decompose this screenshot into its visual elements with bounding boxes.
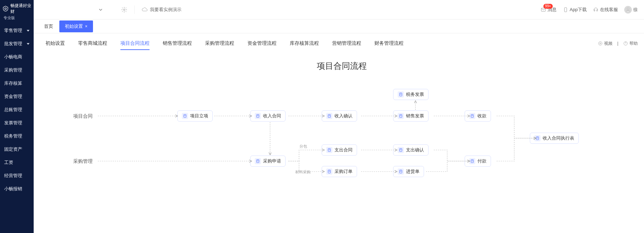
avatar-icon — [624, 6, 632, 14]
node-income-contract[interactable]: 收入合同 — [250, 110, 286, 122]
sub-tab-1[interactable]: 零售商城流程 — [78, 38, 107, 49]
sidebar-item-12[interactable]: 小畅报销 — [0, 182, 34, 195]
sidebar-item-label: 批发管理 — [4, 41, 22, 47]
demo-link[interactable]: 我要看实例演示 — [142, 7, 181, 13]
svg-point-6 — [599, 42, 602, 45]
sub-tab-0[interactable]: 初始设置 — [45, 38, 65, 49]
sub-tab-8[interactable]: 财务管理流程 — [374, 38, 404, 49]
node-project-setup[interactable]: 项目立项 — [177, 110, 213, 122]
sidebar-item-label: 发票管理 — [4, 120, 22, 126]
sidebar-item-10[interactable]: 工资 — [0, 156, 34, 169]
node-tax-invoice[interactable]: 税务发票 — [393, 89, 429, 100]
sidebar-item-8[interactable]: 税务管理 — [0, 130, 34, 143]
video-label: 视频 — [604, 41, 612, 47]
sidebar-item-1[interactable]: 批发管理 — [0, 37, 34, 50]
node-purchase-req[interactable]: 采购申请 — [250, 156, 286, 167]
sidebar-item-11[interactable]: 经营管理 — [0, 169, 34, 182]
sub-tab-7[interactable]: 营销管理流程 — [332, 38, 361, 49]
sidebar-item-label: 固定资产 — [4, 146, 22, 152]
user-menu[interactable]: 徐 — [624, 6, 638, 14]
sidebar-item-label: 经营管理 — [4, 173, 22, 179]
topbar: 我要看实例演示 消息 99+ App下载 在线客服 — [34, 0, 644, 19]
node-income-confirm[interactable]: 收入确认 — [322, 110, 357, 122]
app-download-link[interactable]: App下载 — [563, 7, 587, 13]
node-expense-confirm[interactable]: 支出确认 — [393, 144, 429, 156]
sidebar-item-label: 总账管理 — [4, 107, 22, 113]
sidebar-item-9[interactable]: 固定资产 — [0, 143, 34, 156]
annotation-subcontract: 分包 — [299, 144, 307, 149]
sub-nav-right: 视频|帮助 — [598, 41, 638, 47]
sidebar-item-0[interactable]: 零售管理 — [0, 24, 34, 37]
annotation-material: 材料采购 — [295, 169, 311, 175]
page-tab-label: 初始设置 — [65, 23, 83, 30]
gear-icon[interactable] — [121, 7, 127, 13]
flow-diagram: 项目合同 采购管理 项目立项 收入合同 收入确认 销售发票 税务发票 收款 收入… — [73, 89, 638, 200]
sidebar-item-6[interactable]: 总账管理 — [0, 103, 34, 116]
node-pay[interactable]: 付款 — [465, 156, 491, 167]
svg-point-0 — [5, 8, 7, 10]
caret-down-icon — [27, 30, 29, 32]
divider: | — [617, 41, 618, 46]
doc-icon — [398, 168, 404, 175]
content-area: 初始设置零售商城流程项目合同流程销售管理流程采购管理流程资金管理流程库存核算流程… — [34, 33, 644, 233]
help-label: 帮助 — [629, 41, 638, 47]
sub-tab-2[interactable]: 项目合同流程 — [120, 38, 150, 49]
node-purchase-order[interactable]: 采购订单 — [322, 166, 357, 177]
doc-icon — [255, 113, 261, 119]
support-link[interactable]: 在线客服 — [593, 7, 618, 13]
close-icon[interactable]: × — [85, 24, 87, 29]
doc-icon — [255, 158, 261, 164]
sidebar: 畅捷通好业财 专业版 零售管理批发管理小畅电商采购管理库存核算资金管理总账管理发… — [0, 0, 34, 233]
video-link[interactable]: 视频 — [598, 41, 612, 47]
caret-down-icon — [27, 43, 29, 45]
help-link[interactable]: 帮助 — [623, 41, 638, 47]
doc-icon — [326, 147, 332, 153]
node-goods-in[interactable]: 进货单 — [393, 166, 424, 177]
sub-tab-4[interactable]: 采购管理流程 — [205, 38, 234, 49]
org-selector[interactable] — [40, 8, 116, 11]
doc-icon — [326, 113, 332, 119]
brand: 畅捷通好业财 — [0, 0, 34, 15]
chevron-down-icon — [99, 8, 102, 11]
page-tabs: 首页初始设置× — [34, 19, 644, 33]
doc-icon — [398, 147, 404, 153]
flow-title: 项目合同流程 — [45, 60, 638, 72]
app-download-label: App下载 — [570, 7, 587, 13]
demo-label: 我要看实例演示 — [150, 7, 181, 13]
sub-tab-6[interactable]: 库存核算流程 — [290, 38, 319, 49]
brand-icon — [2, 5, 9, 13]
doc-icon — [398, 113, 404, 119]
doc-icon — [398, 91, 404, 98]
node-expense-contract[interactable]: 支出合同 — [322, 144, 357, 156]
brand-name: 畅捷通好业财 — [10, 3, 32, 15]
sidebar-item-label: 零售管理 — [4, 27, 22, 34]
doc-icon — [534, 135, 541, 141]
sidebar-item-label: 工资 — [4, 159, 13, 166]
cloud-icon — [142, 7, 148, 13]
sub-tab-3[interactable]: 销售管理流程 — [163, 38, 192, 49]
sidebar-item-label: 采购管理 — [4, 67, 22, 73]
svg-rect-3 — [565, 8, 567, 12]
sidebar-item-2[interactable]: 小畅电商 — [0, 50, 34, 64]
page-tab-0[interactable]: 首页 — [39, 20, 59, 32]
separator — [134, 6, 135, 14]
sidebar-item-label: 小畅电商 — [4, 54, 22, 60]
sidebar-item-7[interactable]: 发票管理 — [0, 116, 34, 130]
sub-tab-5[interactable]: 资金管理流程 — [247, 38, 277, 49]
sidebar-item-label: 库存核算 — [4, 80, 22, 86]
page-tab-label: 首页 — [44, 23, 53, 30]
sidebar-item-label: 小畅报销 — [4, 186, 22, 192]
sidebar-item-4[interactable]: 库存核算 — [0, 77, 34, 90]
node-receive[interactable]: 收款 — [465, 110, 491, 122]
user-name: 徐 — [633, 7, 638, 13]
sidebar-item-3[interactable]: 采购管理 — [0, 64, 34, 77]
sub-nav: 初始设置零售商城流程项目合同流程销售管理流程采购管理流程资金管理流程库存核算流程… — [45, 38, 638, 52]
node-income-exec[interactable]: 收入合同执行表 — [530, 133, 579, 144]
svg-point-5 — [627, 8, 629, 10]
svg-marker-7 — [600, 43, 601, 44]
node-sales-invoice[interactable]: 销售发票 — [393, 110, 429, 122]
page-tab-1[interactable]: 初始设置× — [59, 20, 93, 32]
messages-badge: 99+ — [543, 4, 553, 9]
sidebar-item-5[interactable]: 资金管理 — [0, 90, 34, 103]
messages-link[interactable]: 消息 99+ — [541, 7, 557, 13]
